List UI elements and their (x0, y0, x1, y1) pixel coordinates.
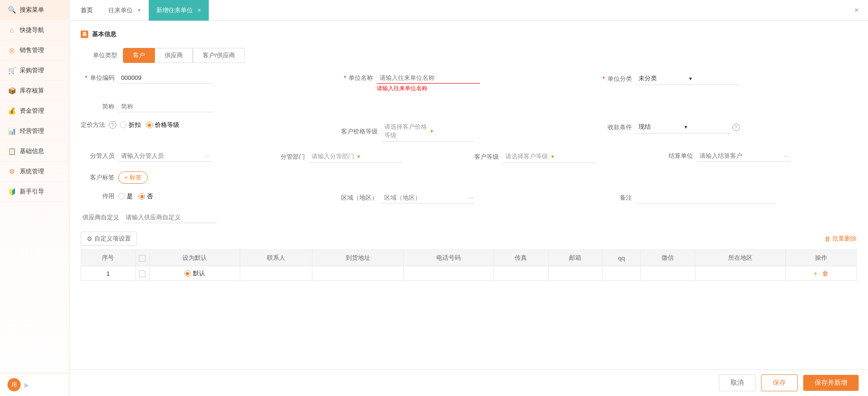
bottom-bar: 取消 保存 保存并新增 (69, 369, 868, 396)
tab-partner-close[interactable]: × (137, 7, 141, 14)
row-phone (403, 266, 494, 281)
customer-level-placeholder: 请选择客户等级 (505, 152, 548, 161)
sidebar-item-guide[interactable]: 🔰 新手引导 (0, 182, 69, 202)
sidebar-item-system[interactable]: ⚙ 系统管理 (0, 162, 69, 182)
sidebar-item-basic-info[interactable]: 📋 基础信息 (0, 141, 69, 162)
row-address (312, 266, 403, 281)
sidebar-item-quick-nav[interactable]: ⌂ 快捷导航 (0, 20, 69, 40)
short-name-input[interactable] (118, 101, 212, 112)
department-select[interactable]: 请输入分管部门 ▼ (309, 150, 403, 163)
search-icon: 🔍 (8, 6, 16, 14)
payment-help-icon[interactable]: ? (732, 124, 740, 131)
col-fax: 传真 (494, 250, 548, 266)
col-phone: 电话号码 (403, 250, 494, 266)
sidebar-item-finance[interactable]: 💰 资金管理 (0, 101, 69, 121)
manager-dots-icon[interactable]: ··· (203, 152, 212, 159)
unit-category-value: 未分类 (639, 74, 686, 83)
remark-input[interactable] (636, 192, 777, 203)
customer-price-level-label: 客户价格等级 (339, 127, 381, 136)
tab-home-label: 首页 (81, 6, 93, 15)
row-default-radio[interactable]: 默认 (152, 269, 237, 278)
unit-type-both-btn[interactable]: 客户/供应商 (193, 48, 245, 63)
pricing-discount-radio[interactable]: 折扣 (120, 121, 141, 129)
table-row: 1 默认 (81, 266, 857, 281)
department-label: 分管部门 (275, 153, 309, 161)
window-close-button[interactable]: × (849, 6, 864, 15)
disabled-yes-radio[interactable]: 是 (118, 192, 133, 201)
sidebar-item-sales[interactable]: ◎ 销售管理 (0, 40, 69, 61)
sidebar-item-operations[interactable]: 📊 经营管理 (0, 121, 69, 141)
row-email (548, 266, 602, 281)
col-contact: 联系人 (240, 250, 312, 266)
row-checkbox-cell (135, 266, 149, 281)
row-add-button[interactable]: + (812, 270, 819, 277)
unit-type-customer-btn[interactable]: 客户 (123, 48, 155, 63)
col-default: 设为默认 (149, 250, 240, 266)
supplier-custom-input[interactable] (123, 212, 217, 223)
tab-new-partner[interactable]: 新增往来单位 × (149, 0, 209, 21)
tab-home[interactable]: 首页 (73, 0, 101, 21)
payment-terms-arrow-icon: ▼ (684, 124, 727, 130)
settlement-dots-icon[interactable]: ··· (782, 152, 791, 159)
customer-price-level-select[interactable]: 请选择客户价格等级 ▼ (381, 121, 475, 142)
col-wechat: 微信 (641, 250, 695, 266)
select-all-checkbox[interactable] (139, 255, 145, 262)
finance-icon: 💰 (8, 107, 16, 115)
default-radio-circle (184, 270, 191, 277)
row-default-cell: 默认 (149, 266, 240, 281)
sidebar-item-search[interactable]: 🔍 搜索菜单 (0, 0, 69, 20)
save-button[interactable]: 保存 (761, 374, 798, 391)
home-icon: ⌂ (8, 26, 16, 34)
disabled-field: 停用 是 否 (81, 192, 339, 201)
form-row-pricing: 定价方法 ? 折扣 价格等级 客户价格等级 请选择客户价 (81, 121, 857, 142)
col-email: 邮箱 (548, 250, 602, 266)
unit-category-select[interactable]: 未分类 ▼ (636, 72, 739, 85)
customer-tag-label: 客户标签 (81, 173, 118, 182)
pricing-method-field: 定价方法 ? 折扣 价格等级 (81, 121, 339, 129)
unit-name-input[interactable] (377, 72, 480, 84)
manager-input-wrapper: ··· (118, 150, 212, 162)
settlement-unit-field: 结算单位 ··· (663, 150, 857, 162)
table-actions: ⚙ 自定义项设置 🗑 批量删除 (81, 232, 857, 246)
area-dots-icon[interactable]: ··· (466, 194, 475, 201)
area-field: 区域（地区） ··· (339, 192, 598, 203)
add-tag-button[interactable]: + 标签 (118, 171, 148, 184)
unit-type-supplier-btn[interactable]: 供应商 (155, 48, 193, 63)
payment-terms-select[interactable]: 现结 ▼ (636, 121, 730, 133)
unit-category-field: * 单位分类 未分类 ▼ (598, 72, 857, 85)
disabled-radio-group: 是 否 (118, 192, 153, 201)
row-checkbox[interactable] (139, 271, 145, 277)
area-input[interactable] (381, 192, 466, 203)
gear-icon: ⚙ (87, 235, 92, 242)
sidebar-label-search: 搜索菜单 (20, 6, 44, 14)
disabled-no-radio[interactable]: 否 (138, 192, 153, 201)
pricing-help-icon[interactable]: ? (109, 121, 116, 129)
unit-code-input[interactable] (118, 72, 212, 84)
payment-terms-value: 现结 (639, 123, 682, 131)
pricing-level-radio[interactable]: 价格等级 (146, 121, 179, 129)
custom-settings-button[interactable]: ⚙ 自定义项设置 (81, 232, 137, 246)
row-delete-button[interactable]: 🗑 (821, 270, 830, 277)
save-new-button[interactable]: 保存并新增 (803, 375, 859, 391)
col-qq: qq (602, 250, 641, 266)
cancel-button[interactable]: 取消 (719, 374, 755, 391)
sidebar-bottom: 用 ▶ (0, 373, 69, 396)
user-avatar: 用 (8, 378, 21, 391)
tab-new-partner-label: 新增往来单位 (156, 6, 193, 15)
customer-level-select[interactable]: 请选择客户等级 ▼ (503, 150, 596, 163)
tab-new-partner-close[interactable]: × (198, 7, 201, 14)
price-level-arrow-icon: ▼ (429, 129, 472, 134)
settlement-unit-input[interactable] (697, 150, 782, 161)
manager-input[interactable] (118, 150, 203, 161)
sidebar-item-purchase[interactable]: 🛒 采购管理 (0, 61, 69, 81)
sidebar-item-inventory[interactable]: 📦 库存核算 (0, 81, 69, 101)
department-placeholder: 请输入分管部门 (312, 152, 355, 161)
sidebar-label-purchase: 采购管理 (20, 66, 44, 75)
payment-terms-field: 收款条件 现结 ▼ ? (598, 121, 857, 133)
unit-category-arrow-icon: ▼ (688, 76, 736, 81)
batch-delete-button[interactable]: 🗑 批量删除 (824, 234, 857, 243)
form-row-tag: 客户标签 + 标签 (81, 171, 857, 184)
price-level-label: 价格等级 (155, 121, 179, 129)
customer-price-level-field: 客户价格等级 请选择客户价格等级 ▼ (339, 121, 598, 142)
tab-partner[interactable]: 往来单位 × (101, 0, 149, 21)
